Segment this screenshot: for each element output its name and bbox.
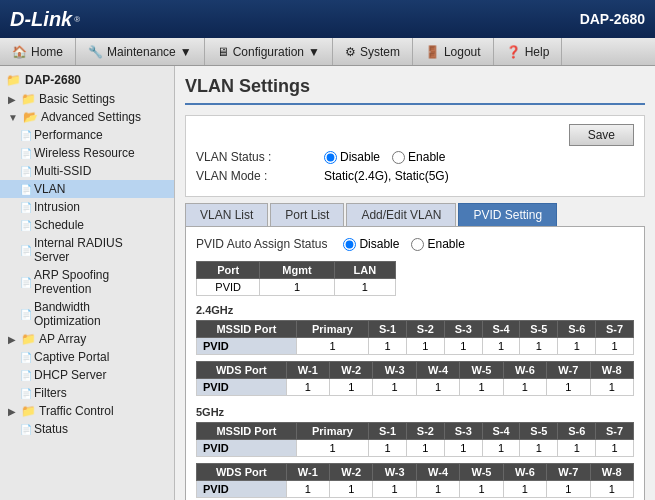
sidebar-bandwidth-label: Bandwidth Optimization — [34, 300, 154, 328]
page-icon-vlan: 📄 — [20, 184, 32, 195]
pvid-w5-24g: 1 — [460, 379, 503, 396]
mssid-header-s5: S-5 — [520, 321, 558, 338]
pvid-w8-5g: 1 — [590, 481, 633, 498]
pvid-mssid-label-5g: PVID — [197, 440, 297, 457]
nav-configuration-label: Configuration — [233, 45, 304, 59]
sidebar-item-advanced-settings[interactable]: ▼ 📂 Advanced Settings — [0, 108, 174, 126]
vlan-status-enable-radio[interactable] — [392, 151, 405, 164]
sidebar-filters-label: Filters — [34, 386, 67, 400]
top-settings-section: Save VLAN Status : Disable Enable VLAN M… — [185, 115, 645, 197]
pvid-s6-5g: 1 — [558, 440, 596, 457]
page-icon-radius: 📄 — [20, 245, 32, 256]
mssid-header-s7: S-7 — [596, 321, 634, 338]
sidebar-item-performance[interactable]: 📄 Performance — [0, 126, 174, 144]
tab-pvid-setting[interactable]: PVID Setting — [458, 203, 557, 226]
page-icon-multi: 📄 — [20, 166, 32, 177]
pvid-s3-5g: 1 — [444, 440, 482, 457]
folder-icon-advanced: 📂 — [23, 110, 38, 124]
sidebar-item-vlan[interactable]: 📄 VLAN — [0, 180, 174, 198]
pvid-mssid-label-24g: PVID — [197, 338, 297, 355]
navbar: 🏠 Home 🔧 Maintenance ▼ 🖥 Configuration ▼… — [0, 38, 655, 66]
vlan-status-enable-label: Enable — [408, 150, 445, 164]
nav-configuration[interactable]: 🖥 Configuration ▼ — [205, 38, 333, 65]
vlan-status-disable-radio[interactable] — [324, 151, 337, 164]
vlan-status-disable-label: Disable — [340, 150, 380, 164]
pvid-s3-24g: 1 — [444, 338, 482, 355]
sidebar-wireless-label: Wireless Resource — [34, 146, 135, 160]
sidebar-item-schedule[interactable]: 📄 Schedule — [0, 216, 174, 234]
pvid-w2-5g: 1 — [330, 481, 373, 498]
chevron-down-icon-2: ▼ — [308, 45, 320, 59]
pvid-enable-radio[interactable] — [411, 238, 424, 251]
nav-logout-label: Logout — [444, 45, 481, 59]
folder-icon-basic: 📁 — [21, 92, 36, 106]
pvid-primary-5g: 1 — [296, 440, 368, 457]
pvid-wds-label-24g: PVID — [197, 379, 287, 396]
page-icon-bandwidth: 📄 — [20, 309, 32, 320]
nav-system[interactable]: ⚙ System — [333, 38, 413, 65]
main-container: 📁 DAP-2680 ▶ 📁 Basic Settings ▼ 📂 Advanc… — [0, 66, 655, 500]
pvid-w1-24g: 1 — [286, 379, 329, 396]
nav-home[interactable]: 🏠 Home — [0, 38, 76, 65]
mssid-table-24g: MSSID Port Primary S-1 S-2 S-3 S-4 S-5 S… — [196, 320, 634, 355]
pvid-primary-24g: 1 — [296, 338, 368, 355]
sidebar-basic-label: Basic Settings — [39, 92, 115, 106]
vlan-status-disable-option[interactable]: Disable — [324, 150, 380, 164]
sidebar-item-arp[interactable]: 📄 ARP Spoofing Prevention — [0, 266, 174, 298]
port-mgmt-table: Port Mgmt LAN PVID 1 1 — [196, 261, 396, 296]
nav-logout[interactable]: 🚪 Logout — [413, 38, 494, 65]
vlan-status-label: VLAN Status : — [196, 150, 316, 164]
sidebar-item-dhcp[interactable]: 📄 DHCP Server — [0, 366, 174, 384]
sidebar-device[interactable]: 📁 DAP-2680 — [0, 70, 174, 90]
sidebar-item-intrusion[interactable]: 📄 Intrusion — [0, 198, 174, 216]
sidebar-schedule-label: Schedule — [34, 218, 84, 232]
sidebar-traffic-label: Traffic Control — [39, 404, 114, 418]
sidebar-item-traffic-control[interactable]: ▶ 📁 Traffic Control — [0, 402, 174, 420]
sidebar-device-label: DAP-2680 — [25, 73, 81, 87]
folder-icon: 📁 — [6, 73, 21, 87]
wds-5g-header-w7: W-7 — [547, 464, 590, 481]
page-title: VLAN Settings — [185, 76, 645, 105]
wds-header-w1: W-1 — [286, 362, 329, 379]
pvid-panel: PVID Auto Assign Status Disable Enable — [185, 226, 645, 500]
nav-help[interactable]: ❓ Help — [494, 38, 563, 65]
pvid-enable-option[interactable]: Enable — [411, 237, 464, 251]
wds-header-w8: W-8 — [590, 362, 633, 379]
pvid-s7-5g: 1 — [596, 440, 634, 457]
sidebar-item-ap-array[interactable]: ▶ 📁 AP Array — [0, 330, 174, 348]
wds-header-w5: W-5 — [460, 362, 503, 379]
pvid-wds-label-5g: PVID — [197, 481, 287, 498]
expand-icon: ▶ — [8, 94, 16, 105]
nav-maintenance[interactable]: 🔧 Maintenance ▼ — [76, 38, 205, 65]
save-button-top[interactable]: Save — [569, 124, 634, 146]
mssid-header-s2: S-2 — [406, 321, 444, 338]
model-label: DAP-2680 — [580, 11, 645, 27]
sidebar-item-filters[interactable]: 📄 Filters — [0, 384, 174, 402]
wds-header-w6: W-6 — [503, 362, 546, 379]
mssid-header-primary: MSSID Port — [197, 321, 297, 338]
tab-vlan-list[interactable]: VLAN List — [185, 203, 268, 226]
vlan-status-enable-option[interactable]: Enable — [392, 150, 445, 164]
tab-add-edit-vlan[interactable]: Add/Edit VLAN — [346, 203, 456, 226]
tab-port-list[interactable]: Port List — [270, 203, 344, 226]
wds-pvid-row-5g: PVID 1 1 1 1 1 1 1 1 — [197, 481, 634, 498]
sidebar-item-internal-radius[interactable]: 📄 Internal RADIUS Server — [0, 234, 174, 266]
pvid-w6-24g: 1 — [503, 379, 546, 396]
sidebar-item-captive-portal[interactable]: 📄 Captive Portal — [0, 348, 174, 366]
pvid-w1-5g: 1 — [286, 481, 329, 498]
sidebar-item-status[interactable]: 📄 Status — [0, 420, 174, 438]
sidebar-item-bandwidth[interactable]: 📄 Bandwidth Optimization — [0, 298, 174, 330]
wrench-icon: 🔧 — [88, 45, 103, 59]
sidebar-item-multi-ssid[interactable]: 📄 Multi-SSID — [0, 162, 174, 180]
pvid-disable-radio[interactable] — [343, 238, 356, 251]
pvid-w3-24g: 1 — [373, 379, 416, 396]
mssid-pvid-row-24g: PVID 1 1 1 1 1 1 1 1 — [197, 338, 634, 355]
folder-icon-traffic: 📁 — [21, 404, 36, 418]
sidebar-item-basic-settings[interactable]: ▶ 📁 Basic Settings — [0, 90, 174, 108]
sidebar-ap-label: AP Array — [39, 332, 86, 346]
wds-table-24g: WDS Port W-1 W-2 W-3 W-4 W-5 W-6 W-7 W-8… — [196, 361, 634, 396]
sidebar-item-wireless-resource[interactable]: 📄 Wireless Resource — [0, 144, 174, 162]
sidebar-captive-label: Captive Portal — [34, 350, 109, 364]
pvid-disable-option[interactable]: Disable — [343, 237, 399, 251]
mssid-5g-header-primary: MSSID Port — [197, 423, 297, 440]
